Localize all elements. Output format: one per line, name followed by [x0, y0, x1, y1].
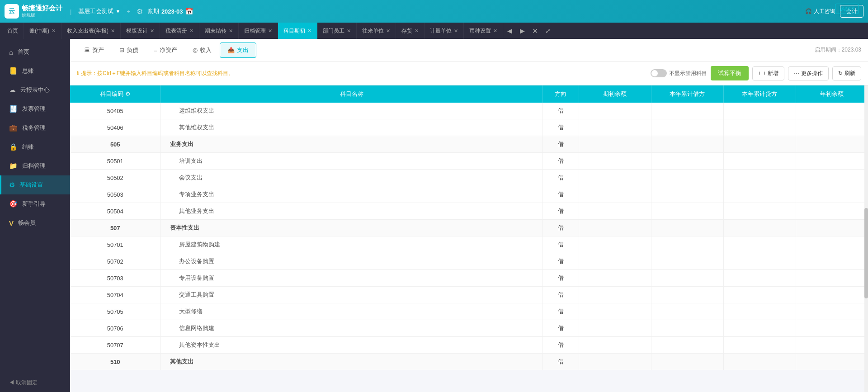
sidebar-item-report[interactable]: ☁ 云报表中心	[0, 80, 70, 99]
close-all-tabs-button[interactable]: ✕	[528, 23, 542, 39]
table-row[interactable]: 505 业务支出 借	[70, 136, 868, 153]
tab-shuibiao[interactable]: 税表清册 ✕	[160, 23, 199, 39]
tab-shouru[interactable]: 收入支出表(年报) ✕	[61, 23, 121, 39]
app-title: 畅捷通好会计	[22, 4, 62, 12]
table-row[interactable]: 50702 办公设备购置 借	[70, 253, 868, 270]
tab-jiliang[interactable]: 计量单位 ✕	[425, 23, 464, 39]
service-button[interactable]: 🎧 人工咨询	[805, 8, 835, 15]
sidebar-item-home[interactable]: ⌂ 首页	[0, 43, 70, 61]
refresh-button[interactable]: ↻ 刷新	[832, 66, 861, 80]
table-row[interactable]: 50501 培训支出 借	[70, 153, 868, 170]
iam-badge[interactable]: iAM *	[835, 4, 859, 14]
table-row[interactable]: 50405 运维维权支出 借	[70, 103, 868, 119]
toggle-disabled[interactable]: 不显示禁用科目	[651, 69, 707, 77]
tab-moban[interactable]: 模版设计 ✕	[121, 23, 160, 39]
add-button[interactable]: + + 新增	[752, 66, 784, 80]
cell-jielei	[651, 287, 723, 303]
settings-icon[interactable]: ⚙	[137, 7, 143, 16]
sub-tab-income[interactable]: ◎ 收入	[185, 43, 219, 57]
guide-icon: 🎯	[9, 200, 18, 208]
sub-tab-asset[interactable]: 🏛 资产	[77, 43, 111, 57]
expand-icon[interactable]: ⤢	[542, 23, 554, 39]
sub-tab-liability[interactable]: ⊟ 负债	[112, 43, 146, 57]
tax-icon: 💼	[9, 124, 18, 132]
cell-qichu	[579, 186, 651, 203]
cell-code: 50707	[70, 337, 160, 354]
scrollbar-thumb[interactable]	[864, 208, 868, 298]
cell-direction: 借	[542, 136, 579, 153]
tab-home[interactable]: 首页	[2, 23, 24, 39]
table-area: 科目编码 ⚙ 科目名称 方向 期初余额 本年累计借方 本年累计贷方 年初余额 5…	[70, 85, 868, 392]
table-row[interactable]: 50502 会议支出 借	[70, 170, 868, 186]
sidebar-item-close[interactable]: 🔒 结账	[0, 137, 70, 156]
cell-nianchu	[796, 337, 868, 354]
asset-icon: 🏛	[84, 47, 90, 53]
toggle-track[interactable]	[651, 69, 667, 77]
tab-bizhong[interactable]: 币种设置 ✕	[464, 23, 503, 39]
close-icon[interactable]: ✕	[268, 28, 272, 34]
tab-wanglai[interactable]: 往来单位 ✕	[357, 23, 396, 39]
close-icon[interactable]: ✕	[386, 28, 390, 34]
cell-dailei	[723, 220, 796, 236]
table-row[interactable]: 510 其他支出 借	[70, 354, 868, 370]
sidebar-item-settings[interactable]: ⚙ 基础设置	[0, 175, 70, 194]
tab-bumen[interactable]: 部门员工 ✕	[317, 23, 357, 39]
close-icon[interactable]: ✕	[307, 28, 311, 34]
cell-qichu	[579, 287, 651, 303]
scrollbar-track[interactable]	[864, 85, 868, 392]
sidebar-item-archive[interactable]: 📁 归档管理	[0, 156, 70, 175]
table-row[interactable]: 50503 专项业务支出 借	[70, 186, 868, 203]
calc-balance-button[interactable]: 试算平衡	[711, 66, 749, 80]
sidebar-item-member[interactable]: V 畅会员	[0, 213, 70, 232]
cell-dailei	[723, 203, 796, 220]
close-icon[interactable]: ✕	[189, 28, 193, 34]
tab-kemuqichu[interactable]: 科目期初 ✕	[278, 23, 317, 39]
close-icon[interactable]: ✕	[493, 28, 497, 34]
sidebar-collapse-button[interactable]: ◀ 取消固定	[0, 373, 70, 392]
table-row[interactable]: 50504 其他业务支出 借	[70, 203, 868, 220]
cell-nianchu	[796, 320, 868, 337]
sidebar-item-guide[interactable]: 🎯 新手引导	[0, 194, 70, 213]
tab-cunkuo[interactable]: 存货 ✕	[396, 23, 425, 39]
table-row[interactable]: 50707 其他资本性支出 借	[70, 337, 868, 354]
org-name: 基层工会测试	[78, 7, 113, 15]
more-button[interactable]: ⋯ 更多操作	[788, 66, 829, 80]
cell-name: 专项业务支出	[160, 186, 542, 203]
logo-area: 云 畅捷通好会计 旗舰版	[5, 4, 63, 19]
table-row[interactable]: 50406 其他维权支出 借	[70, 119, 868, 136]
cell-direction: 借	[542, 236, 579, 253]
close-icon[interactable]: ✕	[52, 28, 56, 34]
calendar-icon[interactable]: 📅	[185, 8, 193, 15]
tab-prev-button[interactable]: ◀	[503, 23, 516, 39]
sub-tab-equity[interactable]: ≡ 净资产	[146, 43, 184, 57]
close-icon[interactable]: ✕	[347, 28, 351, 34]
table-row[interactable]: 50705 大型修缮 借	[70, 303, 868, 320]
tab-zhongqi[interactable]: 账(中期) ✕	[24, 23, 61, 39]
tab-next-button[interactable]: ▶	[516, 23, 528, 39]
org-selector[interactable]: 基层工会测试 ▼	[78, 7, 120, 15]
table-row[interactable]: 50701 房屋建筑物购建 借	[70, 236, 868, 253]
cell-qichu	[579, 320, 651, 337]
tab-guidang[interactable]: 归档管理 ✕	[239, 23, 278, 39]
table-row[interactable]: 507 资本性支出 借	[70, 220, 868, 236]
sidebar-item-tax[interactable]: 💼 税务管理	[0, 118, 70, 137]
close-icon[interactable]: ✕	[454, 28, 458, 34]
table-row[interactable]: 50706 信息网络购建 借	[70, 320, 868, 337]
cell-qichu	[579, 337, 651, 354]
cell-nianchu	[796, 287, 868, 303]
close-icon[interactable]: ✕	[229, 28, 233, 34]
sub-tab-expense[interactable]: 📤 支出	[220, 43, 256, 58]
close-icon[interactable]: ✕	[415, 28, 419, 34]
cell-nianchu	[796, 354, 868, 370]
tab-qimo[interactable]: 期末结转 ✕	[199, 23, 239, 39]
cell-qichu	[579, 270, 651, 287]
cell-code: 50702	[70, 253, 160, 270]
table-row[interactable]: 50703 专用设备购置 借	[70, 270, 868, 287]
sidebar-item-invoice[interactable]: 🧾 发票管理	[0, 99, 70, 118]
equity-icon: ≡	[154, 47, 157, 53]
sidebar-item-zhangzhang[interactable]: 📒 总账	[0, 61, 70, 80]
close-icon[interactable]: ✕	[111, 28, 115, 34]
table-row[interactable]: 50704 交通工具购置 借	[70, 287, 868, 303]
cell-code: 50502	[70, 170, 160, 186]
close-icon[interactable]: ✕	[150, 28, 154, 34]
